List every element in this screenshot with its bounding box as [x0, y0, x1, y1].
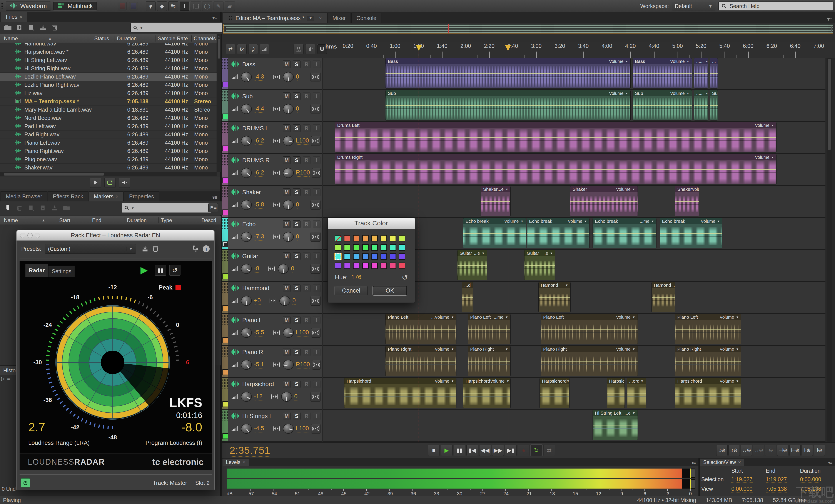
close-icon[interactable]: × [319, 16, 322, 21]
pan-knob[interactable] [283, 232, 294, 242]
solo-button[interactable]: S [293, 348, 301, 356]
tab-media-browser[interactable]: Media Browser [1, 191, 47, 201]
pan-envelope-line[interactable] [335, 173, 776, 173]
volume-envelope-line[interactable] [335, 169, 776, 170]
volume-envelope-line[interactable] [593, 425, 637, 425]
file-row[interactable]: Hamond.wav6:26.48944100 HzMono [0, 43, 217, 48]
help-search-input[interactable]: Search Help [718, 1, 833, 11]
marker-column-start[interactable]: Start [59, 217, 87, 223]
track-color-strip[interactable] [222, 154, 228, 185]
slip-tool[interactable]: ↹ [168, 1, 178, 11]
chevron-down-icon[interactable]: ▼ [567, 379, 569, 383]
tab-markers[interactable]: Markers× [89, 191, 123, 201]
solo-button[interactable]: S [293, 156, 301, 164]
sends-button[interactable] [310, 264, 321, 274]
open-folder-icon[interactable] [3, 24, 12, 32]
history-play-icon[interactable]: ▷ [1, 376, 5, 382]
pan-knob[interactable] [278, 264, 289, 274]
audio-clip[interactable]: SubVolume▼ [633, 90, 692, 120]
volume-value[interactable]: -12 [254, 393, 262, 401]
chevron-down-icon[interactable]: ▼ [565, 283, 568, 287]
pan-knob[interactable] [280, 296, 290, 306]
skip-to-end-button[interactable]: ▶▮ [505, 445, 517, 456]
cancel-button[interactable]: Cancel [335, 286, 368, 295]
record-arm-button[interactable]: R [303, 93, 310, 100]
info-icon[interactable]: i [203, 245, 210, 252]
volume-envelope-line[interactable] [694, 105, 708, 106]
skip-to-start-button[interactable]: ▮◀ [466, 445, 478, 456]
audio-clip[interactable]: HarpsichordVolume▼ [675, 378, 741, 408]
marquee-tool[interactable] [191, 1, 201, 11]
pan-envelope-line[interactable] [468, 365, 510, 365]
mute-button[interactable]: M [283, 188, 290, 196]
sends-button[interactable] [312, 168, 321, 178]
volume-envelope-line[interactable] [344, 393, 456, 394]
audio-clip[interactable]: Shaker...e▼ [481, 186, 510, 216]
pan-value[interactable]: L100 [296, 137, 309, 145]
selview-start-value[interactable]: 1:19.027 [731, 476, 752, 483]
zoom-full-button[interactable]: Ⅰ⊕ [814, 445, 825, 456]
audio-clip[interactable]: Piano RightVolume▼ [386, 346, 456, 376]
volume-knob[interactable] [241, 72, 252, 82]
mute-button[interactable]: M [283, 93, 290, 100]
audio-clip[interactable]: Piano RightVolume▼ [675, 346, 741, 376]
track-lane-piano-l[interactable]: Piano Left...Volume▼Piano Left...me▼Pian… [323, 314, 826, 346]
pan-knob[interactable] [283, 360, 294, 370]
color-swatch[interactable] [353, 244, 360, 250]
audio-clip[interactable]: Sub [710, 90, 718, 120]
pan-value[interactable]: 0 [296, 233, 299, 241]
pan-envelope-line[interactable] [527, 237, 589, 237]
audio-clip[interactable]: Drums LeftVolume▼ [335, 122, 776, 152]
color-swatch[interactable] [344, 235, 350, 241]
volume-envelope-line[interactable] [627, 393, 646, 394]
volume-value[interactable]: -5.5 [254, 329, 264, 337]
pan-knob[interactable] [283, 424, 294, 434]
audio-clip[interactable]: ...d [462, 282, 473, 312]
view-button-waveform[interactable]: Waveform [6, 1, 51, 11]
solo-button[interactable]: S [293, 60, 301, 68]
chevron-down-icon[interactable]: ▼ [771, 124, 774, 127]
column-header-channels[interactable]: Channels [194, 36, 217, 42]
color-swatch[interactable] [371, 254, 378, 260]
color-swatch[interactable] [371, 263, 378, 269]
pan-envelope-line[interactable] [386, 365, 456, 365]
track-color-square[interactable] [222, 337, 228, 343]
volume-envelope-line[interactable] [570, 201, 637, 202]
timeline-ruler[interactable]: ⇄fx⤸ hms 0:200:401:001:201:402:002:202:4… [222, 42, 835, 58]
color-swatch[interactable] [335, 244, 341, 250]
save-preset-icon[interactable] [141, 245, 149, 253]
mute-button[interactable]: M [283, 412, 290, 420]
track-name[interactable]: Shaker [242, 189, 261, 196]
pan-envelope-line[interactable] [694, 77, 708, 77]
insert-icon[interactable] [39, 204, 47, 212]
color-swatch[interactable] [335, 263, 341, 269]
volume-value[interactable]: -5.1 [254, 361, 264, 368]
chevron-down-icon[interactable]: ▼ [632, 316, 635, 319]
volume-knob[interactable] [241, 392, 252, 402]
column-header-status[interactable]: Status [94, 36, 113, 42]
chevron-down-icon[interactable]: ▼ [584, 220, 587, 223]
track-color-strip[interactable] [222, 58, 228, 89]
volume-envelope-line[interactable] [463, 233, 526, 234]
pan-envelope-line[interactable] [462, 301, 473, 301]
play-icon[interactable] [90, 178, 101, 188]
volume-value[interactable]: -4.4 [254, 105, 264, 113]
color-swatch[interactable] [390, 254, 396, 260]
file-row[interactable]: Piano Right.wav6:26.48944100 HzMono [0, 147, 217, 155]
track-name[interactable]: Bass [242, 61, 255, 68]
overview-left-handle[interactable] [224, 26, 226, 32]
color-swatch[interactable] [390, 263, 396, 269]
tracks-vertical-scrollbar[interactable] [827, 58, 832, 442]
color-swatch[interactable] [344, 254, 350, 260]
input-monitor-button[interactable]: I [313, 60, 321, 68]
pan-knob[interactable] [283, 104, 294, 114]
track-header-sub[interactable]: SubMSRI-4.40 [222, 90, 322, 122]
color-swatch[interactable] [362, 263, 369, 269]
auto-play-icon[interactable] [119, 178, 130, 188]
volume-envelope-line[interactable] [710, 105, 718, 106]
panel-menu-icon[interactable]: ▾≡ [689, 459, 698, 466]
pan-envelope-line[interactable] [633, 77, 692, 77]
pause-button[interactable]: ▮▮ [454, 445, 465, 456]
volume-knob[interactable] [241, 424, 252, 434]
audio-clip[interactable]: Piano RightVolume▼ [541, 346, 637, 376]
